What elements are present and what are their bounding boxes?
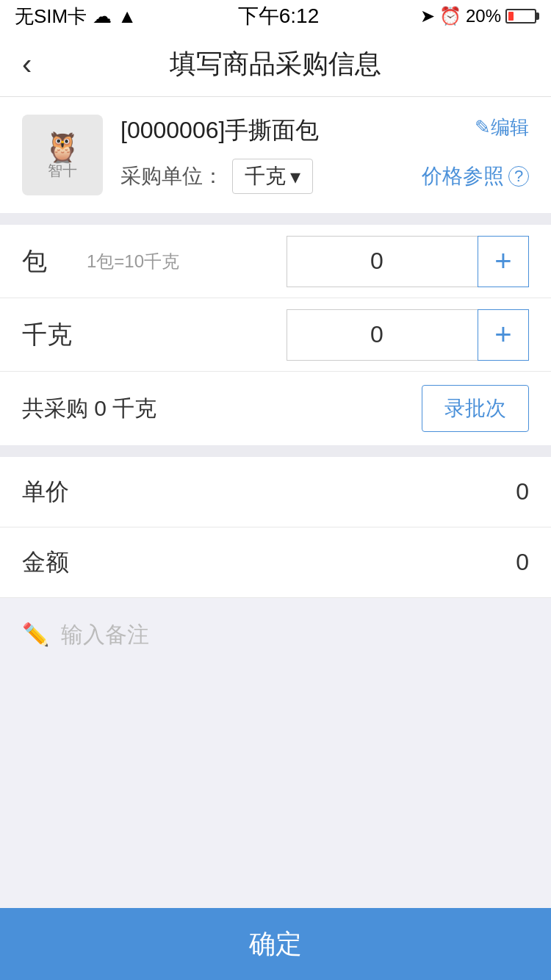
kg-input-group: +: [287, 309, 529, 361]
page-title: 填写商品采购信息: [170, 46, 381, 82]
amount-label: 金额: [22, 547, 69, 579]
location-icon: ➤: [420, 6, 435, 26]
price-section: 单价 0 金额 0: [0, 457, 551, 598]
status-left: 无SIM卡 ☁ ▲: [15, 4, 137, 29]
price-ref-label: 价格参照: [422, 162, 504, 190]
wifi-icon: ☁: [93, 5, 112, 28]
product-name-row: [0000006]手撕面包 ✎编辑: [120, 115, 529, 147]
battery-icon: [505, 9, 536, 24]
product-card: 🦉智十 [0000006]手撕面包 ✎编辑 采购单位： 千克 ▾ 价格参照 ?: [0, 97, 551, 213]
alarm-icon: ⏰: [439, 6, 461, 26]
unit-price-value: 0: [516, 478, 529, 505]
unit-price-row: 单价 0: [0, 457, 551, 527]
summary-text: 共采购 0 千克: [22, 394, 156, 424]
product-logo: 🦉智十: [44, 132, 81, 178]
price-ref-button[interactable]: 价格参照 ?: [422, 162, 529, 190]
package-sublabel: 1包=10千克: [87, 250, 179, 273]
unit-price-label: 单价: [22, 476, 69, 508]
unit-label: 采购单位：: [120, 162, 223, 190]
pencil-icon: ✏️: [22, 621, 49, 647]
dropdown-icon: ▾: [290, 165, 300, 189]
kg-label: 千克: [22, 318, 81, 352]
carrier-text: 无SIM卡: [15, 4, 87, 29]
confirm-button[interactable]: 确定: [0, 908, 551, 980]
bottom-spacer: [0, 774, 551, 846]
package-input-group: +: [287, 236, 529, 287]
kg-input[interactable]: [287, 309, 478, 361]
product-info: [0000006]手撕面包 ✎编辑 采购单位： 千克 ▾ 价格参照 ?: [120, 115, 529, 194]
purchase-unit-row: 采购单位： 千克 ▾ 价格参照 ?: [120, 159, 529, 194]
product-image: 🦉智十: [22, 115, 103, 195]
package-row: 包 1包=10千克 +: [0, 225, 551, 298]
summary-row: 共采购 0 千克 录批次: [0, 372, 551, 445]
product-name: [0000006]手撕面包: [120, 115, 319, 147]
status-bar: 无SIM卡 ☁ ▲ 下午6:12 ➤ ⏰ 20%: [0, 0, 551, 32]
package-label: 包: [22, 245, 81, 278]
battery-fill: [508, 12, 514, 21]
nav-bar: ‹ 填写商品采购信息: [0, 32, 551, 97]
help-icon[interactable]: ?: [508, 166, 529, 187]
status-time: 下午6:12: [238, 2, 320, 30]
divider-2: [0, 445, 551, 457]
notes-section[interactable]: ✏️ 输入备注: [0, 598, 551, 774]
battery-percent: 20%: [466, 6, 501, 26]
kg-row: 千克 +: [0, 298, 551, 372]
amount-value: 0: [516, 549, 529, 576]
package-plus-button[interactable]: +: [478, 236, 529, 287]
batch-button[interactable]: 录批次: [422, 385, 529, 432]
signal-icon: ▲: [118, 5, 137, 28]
divider-1: [0, 213, 551, 225]
unit-select[interactable]: 千克 ▾: [232, 159, 313, 194]
notes-placeholder: 输入备注: [61, 620, 149, 650]
amount-row: 金额 0: [0, 527, 551, 598]
unit-value: 千克: [245, 162, 286, 190]
status-right: ➤ ⏰ 20%: [420, 6, 536, 26]
package-input[interactable]: [287, 236, 478, 287]
back-button[interactable]: ‹: [22, 48, 32, 81]
kg-plus-button[interactable]: +: [478, 309, 529, 361]
input-section: 包 1包=10千克 + 千克 +: [0, 225, 551, 372]
edit-link[interactable]: ✎编辑: [475, 115, 529, 140]
